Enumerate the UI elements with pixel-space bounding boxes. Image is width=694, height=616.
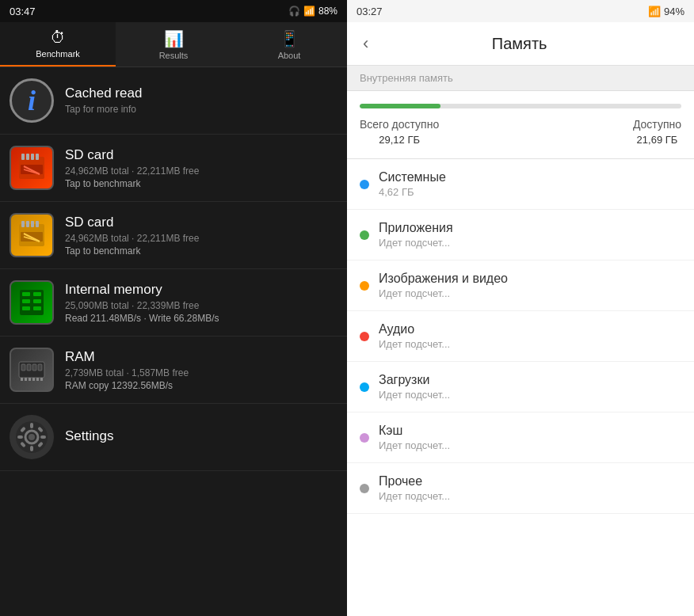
available-value: 21,69 ГБ — [633, 134, 681, 146]
svg-rect-33 — [40, 378, 43, 381]
svg-rect-17 — [22, 292, 30, 296]
settings-text: Settings — [65, 428, 337, 447]
storage-row-title-5: Кэш — [379, 424, 450, 438]
svg-rect-3 — [31, 154, 34, 160]
status-bar-left: 03:47 🎧 📶 88% — [0, 0, 347, 22]
ram-icon-img — [10, 348, 54, 392]
internal-icon — [10, 280, 54, 325]
storage-row-title-1: Приложения — [379, 221, 453, 235]
svg-rect-10 — [26, 221, 29, 227]
sdcard-svg — [16, 152, 48, 184]
ram-action: RAM copy 12392.56MB/s — [65, 380, 337, 391]
benchmark-icon: ⏱ — [50, 29, 66, 47]
svg-rect-32 — [36, 378, 39, 381]
settings-gear-icon — [10, 415, 54, 459]
storage-row-subtitle-1: Идет подсчет... — [379, 237, 453, 249]
ram-subtitle: 2,739MB total · 1,587MB free — [65, 367, 337, 378]
page-title: Память — [381, 35, 658, 53]
storage-row-subtitle-2: Идет подсчет... — [379, 287, 508, 299]
storage-row-text-3: Аудио Идет подсчет... — [379, 322, 450, 350]
list-item-internal[interactable]: Internal memory 25,090MB total · 22,339M… — [0, 269, 347, 337]
info-icon: i — [10, 78, 54, 123]
svg-rect-28 — [21, 378, 23, 381]
svg-rect-20 — [33, 299, 41, 303]
storage-row-subtitle-3: Идет подсчет... — [379, 338, 450, 350]
storage-row-1: Приложения Идет подсчет... — [347, 210, 694, 260]
storage-row-text-6: Прочее Идет подсчет... — [379, 474, 450, 502]
internal-subtitle: 25,090MB total · 22,339MB free — [65, 300, 337, 311]
gear-svg — [14, 420, 49, 454]
storage-row-6: Прочее Идет подсчет... — [347, 463, 694, 514]
total-label-item: Всего доступно 29,12 ГБ — [360, 118, 439, 146]
left-battery: 88% — [318, 6, 337, 17]
storage-row-subtitle-5: Идет подсчет... — [379, 439, 450, 451]
list-item-sdcard-red[interactable]: SD card 24,962MB total · 22,211MB free T… — [0, 135, 347, 202]
ram-title: RAM — [65, 349, 337, 365]
sdcard-red-text: SD card 24,962MB total · 22,211MB free T… — [65, 147, 337, 189]
svg-rect-30 — [29, 378, 31, 381]
svg-rect-4 — [36, 154, 39, 160]
dot-4 — [360, 382, 369, 392]
sdcard-red-action: Tap to benchmark — [65, 178, 337, 189]
sdcard-yellow-title: SD card — [65, 215, 337, 230]
tab-results-label: Results — [159, 51, 189, 60]
settings-label: Settings — [65, 428, 337, 444]
svg-rect-24 — [21, 364, 25, 371]
svg-rect-37 — [30, 423, 33, 428]
dot-0 — [360, 180, 369, 189]
storage-row-text-5: Кэш Идет подсчет... — [379, 424, 450, 451]
content-list: i Cached read Tap for more info — [0, 67, 347, 616]
storage-row-text-1: Приложения Идет подсчет... — [379, 221, 453, 249]
storage-row-4: Загрузки Идет подсчет... — [347, 362, 694, 413]
svg-rect-19 — [22, 299, 30, 303]
right-panel: 03:27 📶 94% ‹ Память Внутренняя память В… — [347, 0, 694, 616]
headphone-icon: 🎧 — [288, 6, 300, 17]
storage-bar-fill — [360, 104, 440, 108]
dot-5 — [360, 433, 369, 443]
left-status-icons: 🎧 📶 88% — [288, 6, 337, 17]
sdcard-yellow-text: SD card 24,962MB total · 22,211MB free T… — [65, 215, 337, 257]
sdcard-yellow-icon — [10, 213, 54, 257]
storage-row-2: Изображения и видео Идет подсчет... — [347, 260, 694, 311]
back-button[interactable]: ‹ — [360, 30, 372, 57]
svg-rect-39 — [17, 435, 23, 439]
tab-results[interactable]: 📊 Results — [116, 22, 231, 67]
available-label: Доступно — [633, 118, 681, 131]
svg-rect-22 — [33, 306, 41, 310]
tab-about[interactable]: 📱 About — [231, 22, 347, 67]
section-header: Внутренняя память — [347, 66, 694, 91]
sdcard-yellow-action: Tap to benchmark — [65, 245, 337, 257]
storage-row-title-4: Загрузки — [379, 373, 450, 387]
storage-row-subtitle-6: Идет подсчет... — [379, 490, 450, 502]
svg-rect-27 — [38, 364, 42, 371]
tab-bar: ⏱ Benchmark 📊 Results 📱 About — [0, 22, 347, 67]
svg-rect-25 — [27, 364, 31, 371]
svg-point-36 — [29, 434, 35, 440]
storage-row-3: Аудио Идет подсчет... — [347, 311, 694, 362]
dot-2 — [360, 281, 369, 291]
signal-icon: 📶 — [303, 6, 315, 17]
svg-rect-40 — [40, 435, 46, 439]
storage-row-5: Кэш Идет подсчет... — [347, 413, 694, 463]
sdcard-red-subtitle: 24,962MB total · 22,211MB free — [65, 165, 337, 177]
svg-rect-2 — [26, 154, 29, 160]
svg-rect-1 — [21, 154, 25, 160]
list-item-settings[interactable]: Settings — [0, 404, 347, 471]
tab-benchmark[interactable]: ⏱ Benchmark — [0, 22, 116, 67]
right-header: ‹ Память — [347, 22, 694, 66]
cached-read-subtitle: Tap for more info — [65, 104, 337, 115]
storage-row-title-0: Системные — [379, 170, 446, 184]
storage-row-subtitle-0: 4,62 ГБ — [379, 186, 446, 198]
cached-read-text: Cached read Tap for more info — [65, 86, 337, 116]
storage-bar — [360, 104, 681, 108]
dot-1 — [360, 230, 369, 240]
list-item-sdcard-yellow[interactable]: SD card 24,962MB total · 22,211MB free T… — [0, 202, 347, 269]
internal-text: Internal memory 25,090MB total · 22,339M… — [65, 282, 337, 324]
storage-row-0: Системные 4,62 ГБ — [347, 159, 694, 210]
storage-row-title-3: Аудио — [379, 322, 450, 337]
list-item-cached-read[interactable]: i Cached read Tap for more info — [0, 67, 347, 135]
available-label-item: Доступно 21,69 ГБ — [633, 118, 681, 146]
dot-3 — [360, 332, 369, 341]
list-item-ram[interactable]: RAM 2,739MB total · 1,587MB free RAM cop… — [0, 337, 347, 404]
dot-6 — [360, 484, 369, 493]
